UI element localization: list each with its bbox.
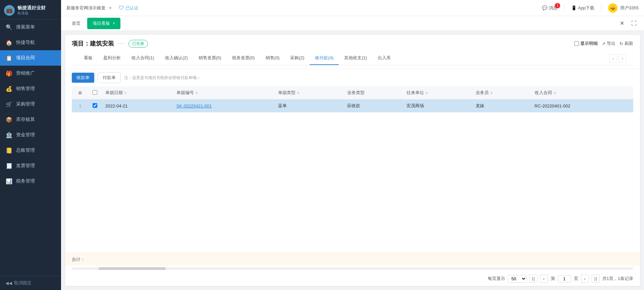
app-name: 畅捷通好业财 bbox=[17, 5, 46, 11]
account-selector[interactable]: 新服务官网演示账套 ▼ bbox=[66, 5, 112, 11]
inventory-label: 库存核算 bbox=[16, 117, 35, 123]
sidebar-item-tax-mgmt[interactable]: 📊 税务管理 bbox=[0, 173, 61, 189]
row-date: 2022-04-21 bbox=[101, 99, 172, 113]
message-btn[interactable]: 💬 消息 1 bbox=[542, 5, 557, 11]
app-download-label: App下载 bbox=[578, 5, 594, 11]
sub-tab-income-confirm[interactable]: 收入确认(2) bbox=[160, 52, 193, 65]
page-first-btn[interactable]: ⟨⟨ bbox=[529, 275, 537, 283]
purchase-mgmt-label: 采购管理 bbox=[16, 101, 35, 107]
row-type: 蓝单 bbox=[274, 99, 343, 113]
ledger-mgmt-label: 总账管理 bbox=[16, 147, 35, 153]
table-scrollbar[interactable] bbox=[65, 266, 640, 271]
message-badge: 1 bbox=[555, 3, 560, 8]
marketing-label: 营销推广 bbox=[16, 70, 35, 76]
sidebar-item-project-contract[interactable]: 📋 项目合同 bbox=[0, 50, 61, 66]
row-code[interactable]: SK-20220421-001 bbox=[172, 99, 274, 113]
payment-btn[interactable]: 付款单 bbox=[98, 72, 121, 83]
sub-tab-receipt[interactable]: 收付款(4) bbox=[310, 52, 339, 65]
tab-project-board[interactable]: 项目看板 × bbox=[87, 18, 120, 29]
th-code: 单据编号⇅ bbox=[172, 86, 274, 99]
refresh-btn[interactable]: ↻ 刷新 bbox=[620, 41, 633, 47]
avatar: 🐱 bbox=[608, 3, 618, 13]
total-label: 合计： bbox=[72, 257, 85, 263]
th-income-contract: 收入合同⇅ bbox=[531, 86, 633, 99]
sidebar-item-fund-mgmt[interactable]: 🏦 资金管理 bbox=[0, 127, 61, 143]
certified-text: 已认证 bbox=[125, 5, 139, 11]
maximize-window-btn[interactable]: ⛶ bbox=[629, 19, 639, 28]
sub-tab-tax-invoice[interactable]: 税务发票(0) bbox=[227, 52, 260, 65]
sub-tab-next-btn[interactable]: › bbox=[619, 54, 627, 62]
sub-tab-purchase[interactable]: 采购(2) bbox=[285, 52, 310, 65]
more-options-icon[interactable]: ··· bbox=[118, 41, 124, 47]
sidebar-footer-unpin[interactable]: ◀◀ 取消固定 bbox=[0, 276, 61, 290]
sidebar: 💼 畅捷通好业财 标准版 🔍 搜索菜单 🏠 快捷导航 📋 项目合同 🎁 营销推广… bbox=[0, 0, 61, 290]
sidebar-item-inventory[interactable]: 📦 库存核算 bbox=[0, 112, 61, 127]
page-last-btn[interactable]: ⟩⟩ bbox=[592, 275, 600, 283]
sidebar-item-marketing[interactable]: 🎁 营销推广 bbox=[0, 66, 61, 81]
row-check[interactable] bbox=[89, 99, 101, 113]
sub-tab-kanban[interactable]: 看板 bbox=[78, 52, 98, 65]
scrollbar-thumb[interactable] bbox=[99, 267, 166, 270]
tab-close-icon[interactable]: × bbox=[113, 21, 115, 26]
close-window-btn[interactable]: ✕ bbox=[617, 19, 627, 28]
window-controls: ✕ ⛶ bbox=[617, 19, 639, 28]
show-detail-control[interactable]: 显示明细 bbox=[574, 41, 598, 47]
table-row[interactable]: 1 2022-04-21 SK-20220421-001 蓝单 应收款 宏茂商场… bbox=[72, 99, 633, 113]
invoice-mgmt-label: 发票管理 bbox=[16, 163, 35, 169]
quick-nav-label: 快捷导航 bbox=[16, 40, 35, 46]
content-area: 首页 项目看板 × ✕ ⛶ 项目：建筑安装 ··· 已生效 bbox=[61, 16, 644, 290]
sub-tab-income-contract[interactable]: 收入合同(1) bbox=[126, 52, 160, 65]
sub-tab-sales[interactable]: 销售(0) bbox=[260, 52, 285, 65]
unpin-label: 取消固定 bbox=[14, 280, 32, 286]
export-icon: ↗ bbox=[602, 41, 605, 46]
sales-mgmt-icon: 💰 bbox=[5, 85, 13, 92]
export-btn[interactable]: ↗ 导出 bbox=[602, 41, 615, 47]
app-download-btn[interactable]: 📱 App下载 bbox=[571, 5, 594, 11]
quick-nav-icon: 🏠 bbox=[5, 39, 13, 46]
user-menu[interactable]: 🐱 用户3355 bbox=[608, 3, 639, 13]
refresh-icon: ↻ bbox=[620, 41, 623, 46]
ledger-mgmt-icon: 📒 bbox=[5, 147, 13, 154]
row-partner: 宏茂商场 bbox=[402, 99, 472, 113]
sidebar-item-invoice-mgmt[interactable]: 🧾 发票管理 bbox=[0, 158, 61, 173]
sub-tab-other-income[interactable]: 其他收支(1) bbox=[339, 52, 372, 65]
user-label: 用户3355 bbox=[620, 5, 639, 11]
scrollbar-track bbox=[72, 267, 633, 270]
page-input[interactable] bbox=[558, 275, 571, 282]
sub-tab-prev-btn[interactable]: ‹ bbox=[609, 54, 617, 62]
sidebar-item-quick-nav[interactable]: 🏠 快捷导航 bbox=[0, 35, 61, 50]
toolbar-note: 注：这里是与项目关联的全部收付款单哦～ bbox=[124, 75, 201, 81]
tab-home[interactable]: 首页 bbox=[66, 18, 86, 29]
export-label: 导出 bbox=[607, 41, 615, 47]
sub-tab-profit-analysis[interactable]: 盈利分析 bbox=[98, 52, 126, 65]
unpin-icon: ◀◀ bbox=[5, 281, 12, 286]
th-check bbox=[89, 86, 101, 99]
topbar-actions: 💬 消息 1 📱 App下载 🐱 用户3355 bbox=[542, 3, 639, 13]
app-logo-icon: 💼 bbox=[4, 5, 15, 16]
show-detail-checkbox[interactable] bbox=[574, 41, 579, 46]
page-title-row: 项目：建筑安装 ··· 已生效 显示明细 ↗ 导出 bbox=[72, 40, 633, 48]
sidebar-item-search[interactable]: 🔍 搜索菜单 bbox=[0, 19, 61, 35]
th-type: 单据类型⇅ bbox=[274, 86, 343, 99]
sidebar-item-ledger-mgmt[interactable]: 📒 总账管理 bbox=[0, 143, 61, 158]
tax-mgmt-label: 税务管理 bbox=[16, 178, 35, 184]
sidebar-item-purchase-mgmt[interactable]: 🛒 采购管理 bbox=[0, 96, 61, 112]
sub-tab-inout[interactable]: 出入库 bbox=[372, 52, 396, 65]
sidebar-item-sales-mgmt[interactable]: 💰 销售管理 bbox=[0, 81, 61, 96]
th-num: ⚙ bbox=[72, 86, 89, 99]
data-table: ⚙ 单据日期⇅ 单据编号⇅ 单据类型⇅ 业务类型 往来单位⇅ 业务员⇅ 收入合同… bbox=[72, 86, 633, 113]
status-badge: 已生效 bbox=[128, 40, 148, 48]
fund-mgmt-icon: 🏦 bbox=[5, 131, 13, 139]
refresh-label: 刷新 bbox=[625, 41, 633, 47]
page-header: 项目：建筑安装 ··· 已生效 显示明细 ↗ 导出 bbox=[65, 35, 640, 69]
total-pages-text: 共1页，1条记录 bbox=[602, 276, 633, 282]
sub-tab-sales-invoice[interactable]: 销售发票(0) bbox=[193, 52, 227, 65]
page-next-btn[interactable]: › bbox=[581, 275, 589, 283]
receipt-btn[interactable]: 收款单 bbox=[72, 73, 94, 83]
sidebar-menu: 🔍 搜索菜单 🏠 快捷导航 📋 项目合同 🎁 营销推广 💰 销售管理 🛒 采购管… bbox=[0, 19, 61, 276]
fund-mgmt-label: 资金管理 bbox=[16, 132, 35, 138]
select-all-checkbox[interactable] bbox=[93, 90, 97, 95]
page-prev-btn[interactable]: ‹ bbox=[540, 275, 548, 283]
sales-mgmt-label: 销售管理 bbox=[16, 86, 35, 92]
per-page-select[interactable]: 50 100 200 bbox=[508, 275, 527, 283]
